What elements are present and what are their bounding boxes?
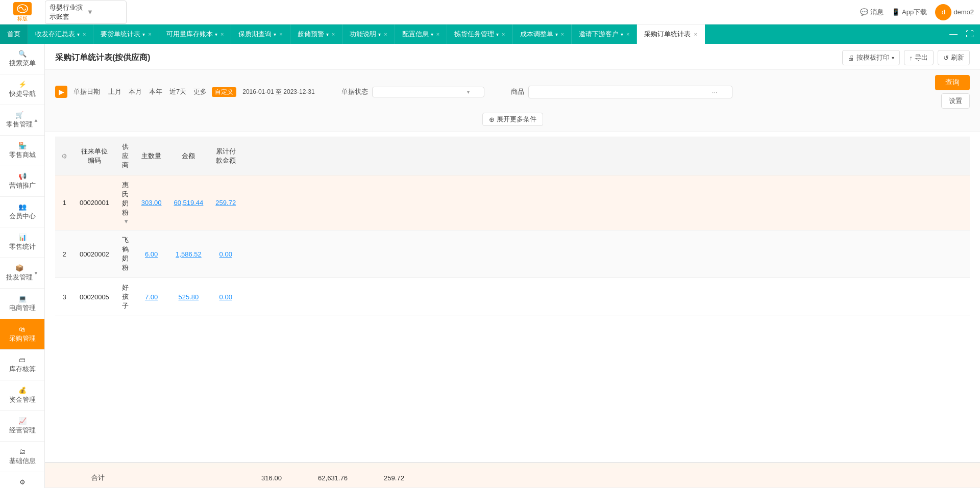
tab-baozhiqi-label: 保质期查询 [238, 30, 272, 39]
sidebar-item-inventory[interactable]: 🗃 库存核算 [0, 350, 44, 380]
message-btn[interactable]: 💬 消息 [860, 8, 884, 17]
custom-date-badge[interactable]: 自定义 [212, 87, 236, 97]
tab-close-icon[interactable]: × [626, 31, 629, 37]
query-button[interactable]: 查询 [935, 75, 970, 90]
tab-baozhiqi[interactable]: 保质期查询 ▾ × [231, 24, 290, 44]
shortcut-this-year[interactable]: 本年 [147, 86, 164, 97]
print-button[interactable]: 🖨 按模板打印 ▾ [842, 50, 900, 65]
sidebar-item-member[interactable]: 👥 会员中心 [0, 197, 44, 227]
sidebar-label-basic: 基础信息 [0, 456, 44, 466]
tab-close-icon[interactable]: × [384, 31, 387, 37]
export-button[interactable]: ↑ 导出 [904, 50, 934, 65]
sidebar-item-retail-shop[interactable]: 🏪 零售商城 [0, 136, 44, 166]
tab-close-icon[interactable]: × [694, 31, 697, 37]
tab-close-icon[interactable]: × [148, 31, 151, 37]
status-select[interactable]: ▾ [372, 87, 484, 97]
footer-label: 合计 [57, 468, 139, 488]
cell-paid-3[interactable]: 0.00 [209, 278, 242, 316]
goods-select[interactable]: ··· [528, 86, 732, 98]
refresh-icon: ↺ [943, 54, 949, 62]
tab-shoufacun-label: 收发存汇总表 [35, 30, 75, 39]
sidebar-item-retail-stat[interactable]: 📊 零售统计 [0, 227, 44, 258]
cell-amount-3[interactable]: 525.80 [168, 278, 210, 316]
date-shortcuts: 上月 本月 本年 近7天 更多 自定义 [106, 86, 236, 97]
sidebar-item-finance[interactable]: 💰 资金管理 [0, 380, 44, 411]
refresh-label: 刷新 [951, 53, 964, 62]
chevron-up-icon: ▲ [34, 117, 39, 123]
sidebar-label-wholesale: 批发管理 [6, 273, 33, 282]
tab-close-icon[interactable]: × [332, 31, 335, 37]
shortcut-7days[interactable]: 近7天 [167, 86, 188, 97]
tab-yaoqing[interactable]: 邀请下游客户 ▾ × [572, 24, 637, 44]
user-profile[interactable]: d demo2 [935, 4, 974, 20]
cell-amount-2[interactable]: 1,586.52 [168, 230, 210, 278]
workspace-label: 母婴行业演示账套 [50, 3, 85, 21]
tab-close-icon[interactable]: × [502, 31, 505, 37]
column-settings-icon[interactable]: ⚙ [61, 152, 67, 160]
tab-keyong[interactable]: 可用量库存账本 ▾ × [159, 24, 231, 44]
tab-close-icon[interactable]: × [561, 31, 564, 37]
nav-icon: ⚡ [0, 81, 44, 88]
cell-amount-1[interactable]: 60,519.44 [168, 175, 210, 230]
sidebar-item-operations[interactable]: 📈 经营管理 [0, 411, 44, 442]
app-download-btn[interactable]: 📱 App下载 [892, 8, 927, 17]
tab-home[interactable]: 首页 [0, 24, 28, 44]
nav-tabs: 首页 收发存汇总表 ▾ × 要货单统计表 ▾ × 可用量库存账本 ▾ × 保质期… [0, 24, 980, 44]
tab-chengben[interactable]: 成本调整单 ▾ × [513, 24, 572, 44]
logo: 标版 [6, 2, 39, 22]
sidebar-item-purchase[interactable]: 🛍 采购管理 [0, 319, 44, 350]
sidebar-item-ecommerce[interactable]: 💻 电商管理 [0, 289, 44, 319]
sidebar-label-retail-stat: 零售统计 [0, 242, 44, 251]
filter-toggle-btn[interactable]: ▶ [55, 86, 67, 98]
sidebar-item-marketing[interactable]: 📢 营销推广 [0, 166, 44, 197]
tab-shoufacun[interactable]: 收发存汇总表 ▾ × [28, 24, 93, 44]
shortcut-more[interactable]: 更多 [191, 86, 209, 97]
tab-peizhi[interactable]: 配置信息 ▾ × [395, 24, 447, 44]
cell-paid-2[interactable]: 0.00 [209, 230, 242, 278]
header-actions: 🖨 按模板打印 ▾ ↑ 导出 ↺ 刷新 [842, 50, 970, 65]
th-amount: 金额 [168, 137, 210, 175]
page-header: 采购订单统计表(按供应商) 🖨 按模板打印 ▾ ↑ 导出 ↺ 刷新 [45, 44, 980, 70]
sidebar-label-finance: 资金管理 [0, 395, 44, 404]
cell-qty-2[interactable]: 6.00 [135, 230, 168, 278]
chevron-down-icon: ▾ [621, 32, 623, 37]
tab-gongneng[interactable]: 功能说明 ▾ × [342, 24, 395, 44]
tab-close-icon[interactable]: × [279, 31, 282, 37]
shortcut-this-month[interactable]: 本月 [127, 86, 144, 97]
maximize-icon[interactable]: ⛶ [964, 28, 976, 41]
sidebar-item-wholesale[interactable]: 📦 批发管理 ▼ [0, 258, 44, 289]
table-area: ⚙ 往来单位编码 供应商 主数量 金额 累计付款金额 1 [45, 132, 980, 462]
tab-home-label: 首页 [7, 30, 20, 39]
footer-empty [425, 468, 980, 488]
workspace-arrow-icon: ▼ [87, 8, 122, 16]
sidebar-label-operations: 经营管理 [0, 426, 44, 435]
tab-close-icon[interactable]: × [83, 31, 86, 37]
tab-close-icon[interactable]: × [436, 31, 439, 37]
tab-caigou[interactable]: 采购订单统计表 × [637, 24, 704, 44]
tab-chaozhu-label: 超储预警 [298, 30, 324, 39]
cell-paid-1[interactable]: 259.72 [209, 175, 242, 230]
date-filter-label: 单据日期 [74, 87, 100, 96]
wholesale-icon: 📦 [6, 264, 33, 272]
cell-qty-1[interactable]: 303.00 [135, 175, 168, 230]
cell-supplier-2: 飞鹤奶粉 [115, 230, 135, 278]
minimize-icon[interactable]: — [947, 28, 960, 41]
sidebar-item-quick-nav[interactable]: ⚡ 快捷导航 [0, 74, 44, 105]
sidebar-item-retail[interactable]: 🛒 零售管理 ▲ [0, 105, 44, 136]
sidebar-item-basic[interactable]: 🗂 基础信息 [0, 442, 44, 472]
tab-chaozhu[interactable]: 超储预警 ▾ × [290, 24, 342, 44]
expand-more-btn[interactable]: ⊕ 展开更多条件 [482, 113, 543, 126]
sidebar-item-search[interactable]: 🔍 搜索菜单 [0, 44, 44, 74]
settings-button[interactable]: 设置 [941, 93, 970, 109]
sidebar-item-system[interactable]: ⚙ 系统管理 [0, 472, 44, 488]
ecommerce-icon: 💻 [0, 295, 44, 302]
logo-text: 标版 [17, 15, 28, 22]
filter-area: ▶ 单据日期 上月 本月 本年 近7天 更多 自定义 2016-01-01 至 … [45, 70, 980, 132]
tab-zhahuo[interactable]: 拣货任务管理 ▾ × [447, 24, 512, 44]
tab-close-icon[interactable]: × [220, 31, 224, 37]
tab-yaohuo[interactable]: 要货单统计表 ▾ × [93, 24, 159, 44]
workspace-selector[interactable]: 母婴行业演示账套 ▼ [45, 1, 127, 24]
cell-qty-3[interactable]: 7.00 [135, 278, 168, 316]
shortcut-last-month[interactable]: 上月 [106, 86, 124, 97]
refresh-button[interactable]: ↺ 刷新 [938, 50, 970, 65]
